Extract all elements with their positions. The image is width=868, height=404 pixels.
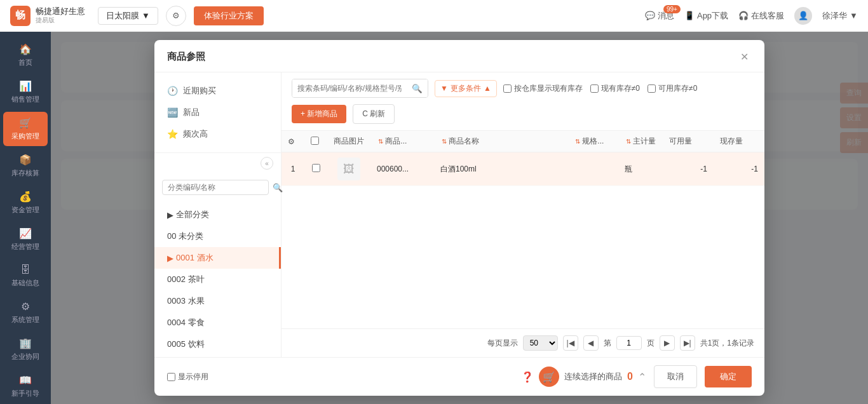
category-c0003[interactable]: 0003 水果 — [154, 290, 281, 312]
category-all[interactable]: ▶ 全部分类 — [154, 204, 281, 226]
refresh-button[interactable]: C 刷新 — [353, 104, 395, 124]
app-download-button[interactable]: 📱 App下载 — [684, 10, 728, 22]
filter-checkboxes: 按仓库显示现有库存 现有库存≠0 可用库存≠0 — [503, 83, 698, 94]
settings-button[interactable]: ⚙ — [166, 6, 186, 26]
sidebar-label-inventory: 库存核算 — [11, 168, 39, 178]
collapse-button[interactable]: « — [261, 157, 273, 170]
cell-available: -1 — [663, 152, 714, 186]
home-icon: 🏠 — [19, 43, 32, 55]
checkbox-avail-nonzero-input[interactable] — [648, 84, 656, 93]
sidebar-item-sales[interactable]: 📊 销售管理 — [3, 75, 48, 109]
cell-check[interactable] — [304, 152, 327, 186]
category-c0005[interactable]: 0005 饮料 — [154, 333, 281, 355]
filter-up-icon: ▲ — [484, 84, 491, 93]
cancel-button[interactable]: 取消 — [654, 365, 697, 388]
star-icon: ⭐ — [167, 129, 178, 139]
sort-icon-unit[interactable]: ⇅ — [626, 138, 631, 145]
modal-close-button[interactable]: ✕ — [736, 49, 752, 64]
message-badge: 99+ — [663, 5, 681, 13]
online-service-button[interactable]: 🎧 在线客服 — [738, 10, 784, 22]
store-selector[interactable]: 日太阳膜 ▼ — [98, 7, 158, 25]
row-checkbox[interactable] — [312, 164, 320, 172]
nav-new-product[interactable]: 🆕 新品 — [154, 102, 281, 123]
sidebar-item-system[interactable]: ⚙ 系统管理 — [3, 295, 48, 330]
cell-name: 白酒100ml — [434, 152, 567, 186]
sidebar-item-enterprise[interactable]: 🏢 企业协同 — [3, 332, 48, 367]
category-c0004-label: 0004 零食 — [167, 317, 205, 328]
ops-icon: 📈 — [19, 227, 32, 239]
show-disabled-checkbox-wrap[interactable]: 显示停用 — [167, 372, 208, 382]
nav-frequent[interactable]: ⭐ 频次高 — [154, 123, 281, 145]
cell-img: 🖼 — [327, 152, 370, 186]
top-nav: 畅 畅捷通好生意 捷易版 日太阳膜 ▼ ⚙ 体验行业方案 💬 消息 99+ 📱 … — [0, 0, 868, 32]
product-search-wrap: 🔍 — [292, 79, 428, 98]
checkbox-stock-nonzero-input[interactable] — [590, 84, 599, 93]
new-icon: 🆕 — [167, 107, 178, 118]
select-all-checkbox[interactable] — [311, 137, 319, 145]
sidebar-label-purchase: 采购管理 — [11, 131, 39, 141]
category-c0004[interactable]: 0004 零食 — [154, 312, 281, 333]
sort-icon-code[interactable]: ⇅ — [378, 138, 383, 145]
product-search-button[interactable]: 🔍 — [407, 79, 428, 97]
sidebar-item-base[interactable]: 🗄 基础信息 — [3, 259, 48, 293]
user-name[interactable]: 徐泽华 ▼ — [822, 10, 858, 22]
category-c00[interactable]: 00 未分类 — [154, 226, 281, 247]
checkbox-stock-nonzero[interactable]: 现有库存≠0 — [590, 83, 640, 94]
category-c0001[interactable]: ▶ 0001 酒水 — [154, 247, 281, 269]
gear-icon: ⚙ — [172, 11, 180, 20]
sidebar-label-ops: 经营管理 — [11, 242, 39, 252]
sales-icon: 📊 — [19, 80, 32, 92]
sort-icon-name[interactable]: ⇅ — [442, 138, 447, 145]
th-settings[interactable]: ⚙ — [281, 131, 304, 152]
purchase-icon: 🛒 — [19, 117, 32, 129]
cart-icon[interactable]: 🛒 — [539, 367, 559, 387]
category-list: ▶ 全部分类 00 未分类 ▶ 0001 酒水 0002 茶 — [154, 201, 281, 357]
modal-right-panel: 🔍 ▼ 更多条件 ▲ 按仓库显示现有库存 — [281, 72, 764, 357]
sidebar-item-finance[interactable]: 💰 资金管理 — [3, 185, 48, 220]
category-search-input[interactable] — [162, 180, 269, 195]
checkbox-warehouse-input[interactable] — [503, 84, 512, 93]
filter-more-button[interactable]: ▼ 更多条件 ▲ — [435, 80, 497, 97]
sort-icon-spec[interactable]: ⇅ — [575, 138, 580, 145]
page-unit: 页 — [647, 338, 654, 349]
sidebar-item-guide[interactable]: 📖 新手引导 — [3, 369, 48, 403]
last-page-button[interactable]: ▶| — [680, 335, 695, 351]
th-unit: ⇅ 主计量 — [618, 131, 663, 152]
nav-right: 💬 消息 99+ 📱 App下载 🎧 在线客服 👤 徐泽华 ▼ — [645, 7, 858, 25]
product-search-input[interactable] — [292, 79, 407, 97]
category-c0002[interactable]: 0002 茶叶 — [154, 269, 281, 290]
checkbox-warehouse[interactable]: 按仓库显示现有库存 — [503, 83, 583, 94]
filter-icon: ▼ — [440, 84, 448, 93]
inventory-icon: 📦 — [19, 154, 32, 166]
prev-page-button[interactable]: ◀ — [583, 335, 599, 351]
category-search-area: 🔍 — [154, 173, 281, 201]
page-input[interactable] — [616, 336, 642, 350]
category-c0003-label: 0003 水果 — [167, 295, 205, 307]
sidebar-item-home[interactable]: 🏠 首页 — [3, 38, 48, 72]
category-c0008[interactable]: 0008 水 — [154, 355, 281, 357]
checkbox-avail-nonzero[interactable]: 可用库存≠0 — [648, 83, 697, 94]
sidebar-item-purchase[interactable]: 🛒 采购管理 — [3, 112, 48, 146]
th-check[interactable] — [304, 131, 327, 152]
cell-stock: -1 — [714, 152, 764, 186]
nav-recent-purchase[interactable]: 🕐 近期购买 — [154, 80, 281, 102]
sidebar-item-ops[interactable]: 📈 经营管理 — [3, 222, 48, 257]
message-button[interactable]: 💬 消息 99+ — [645, 10, 674, 22]
next-page-button[interactable]: ▶ — [660, 335, 675, 351]
cart-collapse-button[interactable]: ⌃ — [638, 371, 646, 383]
sidebar-item-inventory[interactable]: 📦 库存核算 — [3, 149, 48, 183]
main-layout: 🏠 首页 📊 销售管理 🛒 采购管理 📦 库存核算 💰 资金管理 📈 经营管理 … — [0, 32, 868, 404]
help-icon[interactable]: ❓ — [521, 371, 534, 383]
show-disabled-checkbox[interactable] — [167, 373, 175, 381]
exp-btn[interactable]: 体验行业方案 — [194, 6, 264, 25]
category-all-label: 全部分类 — [176, 209, 209, 220]
table-settings-icon[interactable]: ⚙ — [288, 137, 295, 146]
user-dropdown-icon: ▼ — [850, 11, 858, 20]
confirm-button[interactable]: 确定 — [705, 366, 752, 387]
headset-icon: 🎧 — [738, 11, 749, 20]
add-product-button[interactable]: + 新增商品 — [292, 105, 346, 123]
first-page-button[interactable]: |◀ — [563, 335, 578, 351]
modal-left-nav: 🕐 近期购买 🆕 新品 ⭐ 频次高 — [154, 72, 281, 153]
per-page-select[interactable]: 50 100 200 — [523, 335, 558, 351]
table-row[interactable]: 1 🖼 000600... 白酒100ml — [281, 152, 764, 186]
